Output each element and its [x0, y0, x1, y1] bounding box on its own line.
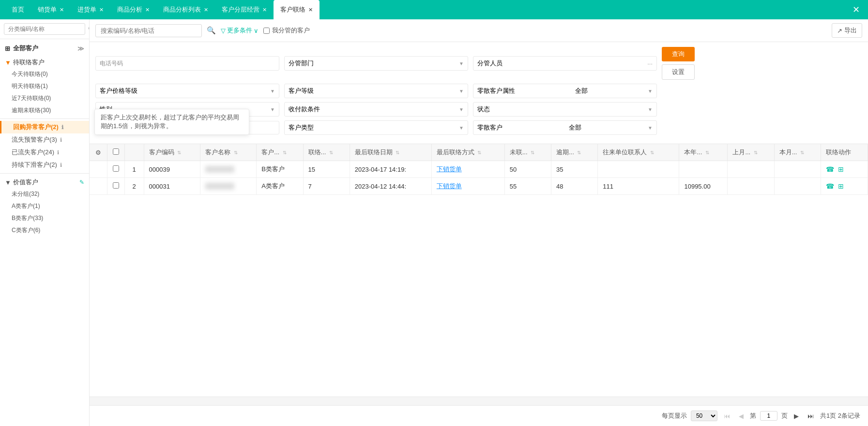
- sort-icon-name[interactable]: ⇅: [234, 150, 238, 155]
- retail-attr-select[interactable]: 零散客户属性 全部 ▼: [473, 84, 657, 98]
- sort-icon-code[interactable]: ⇅: [177, 150, 181, 155]
- per-page-select[interactable]: 50 20 100: [691, 411, 717, 421]
- sidebar-item-overdue[interactable]: 逾期未联络(30): [0, 104, 89, 117]
- col-unread-header[interactable]: 未联... ⇅: [504, 144, 551, 161]
- col-this-year-header[interactable]: 本年... ⇅: [679, 144, 728, 161]
- row1-code: 000039: [144, 161, 200, 178]
- col-overdue-header[interactable]: 逾期... ⇅: [551, 144, 598, 161]
- sidebar-section-pending[interactable]: ▼ 待联络客户: [0, 56, 89, 68]
- page-input[interactable]: [760, 411, 777, 421]
- row2-link-icon[interactable]: ⊞: [838, 182, 844, 190]
- col-settings-header[interactable]: ⚙: [90, 144, 107, 161]
- grade-select[interactable]: 客户等级 ▼: [284, 84, 468, 98]
- next-page-button[interactable]: ▶: [792, 411, 801, 421]
- row2-name[interactable]: [200, 178, 256, 195]
- sidebar-item-churned[interactable]: 已流失客户(24) ℹ: [0, 146, 89, 159]
- sort-icon-last-date[interactable]: ⇅: [396, 150, 399, 155]
- window-close-button[interactable]: ✕: [849, 2, 863, 17]
- row2-phone-icon[interactable]: ☎: [826, 182, 834, 190]
- sort-icon-this-month[interactable]: ⇅: [800, 150, 804, 155]
- sidebar-item-class-a[interactable]: A类客户(1): [0, 200, 89, 212]
- export-button[interactable]: ↗ 导出: [832, 23, 862, 38]
- row1-checkbox[interactable]: [107, 161, 124, 178]
- sort-icon-overdue[interactable]: ⇅: [577, 150, 581, 155]
- nav-analysis-list-close[interactable]: ✕: [204, 7, 208, 13]
- col-this-month-header[interactable]: 本月... ⇅: [774, 144, 821, 161]
- nav-segment-close[interactable]: ✕: [262, 7, 267, 13]
- sidebar-item-tomorrow[interactable]: 明天待联络(1): [0, 80, 89, 92]
- sort-icon-category[interactable]: ⇅: [283, 150, 287, 155]
- sidebar-item-7days[interactable]: 近7天待联络(0): [0, 92, 89, 104]
- status-select[interactable]: 状态 ▼: [473, 102, 657, 117]
- nav-purchase-close[interactable]: ✕: [99, 7, 104, 13]
- staff-select[interactable]: 分管人员 ···: [473, 56, 657, 71]
- col-contact-header[interactable]: 联络... ⇅: [303, 144, 350, 161]
- prev-page-button[interactable]: ◀: [736, 411, 746, 421]
- row1-select[interactable]: [113, 165, 119, 172]
- row1-action-icons: ☎ ⊞: [826, 165, 863, 173]
- sidebar-item-class-b[interactable]: B类客户(33): [0, 212, 89, 224]
- sidebar-item-churn-warning[interactable]: 流失预警客户(3) ℹ: [0, 133, 89, 146]
- sort-icon-contact[interactable]: ⇅: [329, 150, 333, 155]
- col-last-month-header[interactable]: 上月... ⇅: [728, 144, 774, 161]
- filter-search-button[interactable]: 🔍: [207, 26, 216, 35]
- select-all-checkbox[interactable]: [113, 148, 119, 155]
- nav-home[interactable]: 首页: [5, 0, 31, 19]
- col-category-header[interactable]: 客户... ⇅: [257, 144, 303, 161]
- dept-select[interactable]: 分管部门 ▼: [284, 56, 468, 71]
- sidebar-all-customers[interactable]: ⊞ 全部客户 ≫: [0, 41, 89, 56]
- nav-sales[interactable]: 销货单 ✕: [31, 0, 71, 19]
- sidebar-item-today[interactable]: 今天待联络(0): [0, 68, 89, 80]
- sidebar-item-class-c[interactable]: C类客户(6): [0, 224, 89, 236]
- sidebar-value-section[interactable]: ▼ 价值客户 ✎: [0, 176, 89, 188]
- filter-search-input[interactable]: [95, 24, 202, 37]
- row1-name[interactable]: [200, 161, 256, 178]
- nav-analysis-close[interactable]: ✕: [145, 7, 150, 13]
- sidebar-search-input[interactable]: [4, 23, 85, 35]
- row1-phone-icon[interactable]: ☎: [826, 165, 834, 173]
- col-contacts-header[interactable]: 往来单位联系人 ⇅: [598, 144, 679, 161]
- horizontal-scrollbar[interactable]: [90, 397, 868, 405]
- customer-type-select[interactable]: 客户类型 ▼: [284, 120, 468, 135]
- nav-contact-close[interactable]: ✕: [308, 7, 313, 13]
- more-conditions-toggle[interactable]: ▽ 更多条件 ∨: [221, 26, 259, 35]
- nav-customer-segment[interactable]: 客户分层经营 ✕: [215, 0, 274, 19]
- sort-icon-last-month[interactable]: ⇅: [754, 150, 758, 155]
- price-grade-select[interactable]: 客户价格等级 ▼: [95, 84, 279, 98]
- col-code-header[interactable]: 客户编码 ⇅: [144, 144, 200, 161]
- sidebar-item-declining[interactable]: 持续下滑客户(2) ℹ: [0, 159, 89, 171]
- gear-icon[interactable]: ⚙: [95, 149, 101, 156]
- nav-sales-close[interactable]: ✕: [60, 7, 64, 13]
- col-last-date-header[interactable]: 最后联络日期 ⇅: [350, 144, 431, 161]
- my-customers-checkbox-area[interactable]: 我分管的客户: [263, 26, 310, 35]
- sort-icon-contacts[interactable]: ⇅: [650, 150, 654, 155]
- my-customers-checkbox[interactable]: [263, 28, 270, 34]
- col-last-method-header[interactable]: 最后联络方式 ⇅: [431, 144, 504, 161]
- row2-last-method[interactable]: 下销货单: [431, 178, 504, 195]
- retail-customer-select[interactable]: 零散客户 全部 ▼: [473, 120, 657, 135]
- row1-link-icon[interactable]: ⊞: [838, 165, 844, 173]
- first-page-button[interactable]: ⏮: [721, 411, 732, 421]
- payment-select[interactable]: 收付款条件 ▼: [284, 102, 468, 117]
- last-page-button[interactable]: ⏭: [805, 411, 816, 421]
- row1-last-method[interactable]: 下销货单: [431, 161, 504, 178]
- nav-analysis-list[interactable]: 商品分析列表 ✕: [156, 0, 215, 19]
- sidebar-item-repurchase-abnormal[interactable]: 回购异常客户(2) ℹ: [0, 121, 89, 133]
- col-checkbox-header[interactable]: [107, 144, 124, 161]
- sort-icon-this-year[interactable]: ⇅: [705, 150, 709, 155]
- row2-select[interactable]: [113, 182, 119, 189]
- nav-customer-contact[interactable]: 客户联络 ✕: [274, 0, 320, 19]
- settings-button[interactable]: 设置: [662, 64, 695, 80]
- phone-field: 电话号码: [95, 56, 279, 71]
- sidebar-collapse-btn[interactable]: ≫: [77, 45, 84, 52]
- edit-icon[interactable]: ✎: [79, 179, 84, 186]
- nav-analysis[interactable]: 商品分析 ✕: [110, 0, 156, 19]
- query-button[interactable]: 查询: [662, 47, 695, 61]
- nav-purchase[interactable]: 进货单 ✕: [71, 0, 110, 19]
- col-name-header[interactable]: 客户名称 ⇅: [200, 144, 256, 161]
- filter-bar: 🔍 ▽ 更多条件 ∨ 我分管的客户 ↗ 导出: [90, 19, 868, 42]
- sort-icon-unread[interactable]: ⇅: [531, 150, 534, 155]
- sort-icon-last-method[interactable]: ⇅: [477, 150, 481, 155]
- sidebar-item-ungroup[interactable]: 未分组(32): [0, 188, 89, 200]
- row2-checkbox[interactable]: [107, 178, 124, 195]
